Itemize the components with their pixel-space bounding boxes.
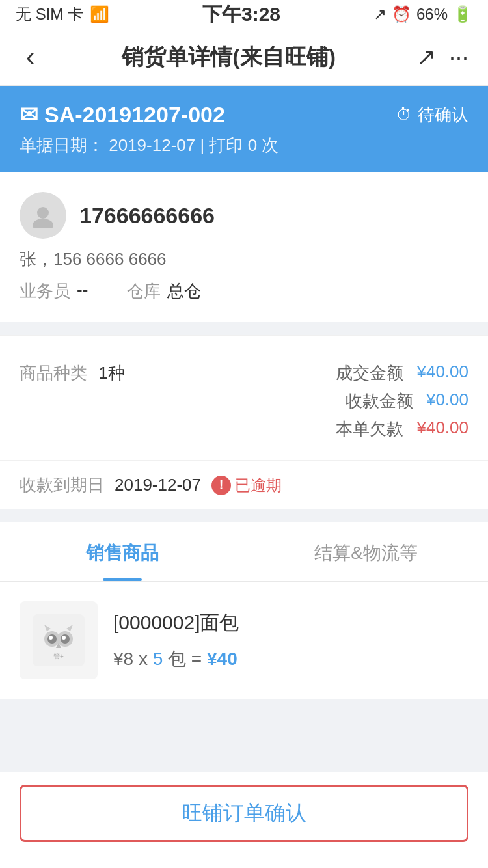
- product-type-value: 1种: [98, 363, 124, 383]
- status-bar-right: ↗ ⏰ 66% 🔋: [373, 5, 472, 23]
- salesperson-label: 业务员: [20, 280, 70, 303]
- customer-phone: 17666666666: [79, 203, 215, 228]
- balance-label: 本单欠款: [336, 418, 403, 441]
- quantity: 5: [153, 649, 163, 669]
- battery-icon: 🔋: [453, 5, 472, 23]
- deal-amount-label: 成交金额: [336, 362, 403, 385]
- more-icon[interactable]: ···: [449, 44, 468, 71]
- order-status: ⏱ 待确认: [396, 103, 468, 126]
- received-amount-line: 收款金额 ¥0.00: [336, 390, 468, 413]
- price-per-unit: ¥8: [113, 649, 133, 669]
- deal-amount-line: 成交金额 ¥40.00: [336, 362, 468, 385]
- product-thumbnail: 管+: [20, 601, 98, 679]
- due-date-label: 收款到期日: [20, 474, 104, 496]
- order-header: ✉ SA-20191207-002 ⏱ 待确认 单据日期： 2019-12-07…: [0, 86, 488, 172]
- order-date-row: 单据日期： 2019-12-07 | 打印 0 次: [20, 134, 468, 157]
- product-type-label: 商品种类: [20, 363, 87, 383]
- nav-actions: ↗ ···: [416, 44, 468, 71]
- due-section: 收款到期日 2019-12-07 ! 已逾期: [0, 460, 488, 509]
- share-icon[interactable]: ↗: [416, 44, 436, 71]
- tab-sales-products[interactable]: 销售商品: [0, 522, 244, 581]
- unit: 包: [168, 649, 186, 669]
- bottom-button-wrap: 旺铺订单确认: [0, 772, 488, 868]
- status-bar: 无 SIM 卡 📶 下午3:28 ↗ ⏰ 66% 🔋: [0, 0, 488, 29]
- back-button[interactable]: ‹: [20, 36, 41, 78]
- order-id: ✉ SA-20191207-002: [20, 102, 225, 128]
- svg-point-1: [33, 219, 53, 228]
- sim-status: 无 SIM 卡: [16, 4, 83, 25]
- amount-row: 商品种类 1种 成交金额 ¥40.00 收款金额 ¥0.00 本单欠款 ¥40.…: [20, 362, 468, 441]
- page-title: 销货单详情(来自旺铺): [122, 42, 336, 72]
- balance-value: ¥40.00: [416, 418, 468, 441]
- overdue-icon: !: [211, 476, 231, 495]
- battery-level: 66%: [416, 5, 448, 23]
- due-date-value: 2019-12-07: [115, 475, 201, 495]
- product-item: 管+ [0000002]面包 ¥8 x 5 包 = ¥40: [0, 582, 488, 699]
- due-row: 收款到期日 2019-12-07 ! 已逾期: [20, 474, 468, 496]
- date-value: 2019-12-07: [109, 135, 195, 155]
- warehouse-field: 仓库 总仓: [127, 280, 201, 303]
- nav-bar: ‹ 销货单详情(来自旺铺) ↗ ···: [0, 29, 488, 86]
- price-x: x: [139, 649, 153, 669]
- location-icon: ↗: [373, 5, 386, 23]
- product-name: [0000002]面包: [113, 610, 468, 636]
- alarm-icon: ⏰: [392, 5, 411, 23]
- product-type-block: 商品种类 1种: [20, 362, 125, 385]
- tab-settlement[interactable]: 结算&物流等: [244, 522, 488, 581]
- order-id-text: SA-20191207-002: [44, 102, 225, 128]
- balance-amount-line: 本单欠款 ¥40.00: [336, 418, 468, 441]
- warehouse-value: 总仓: [167, 280, 201, 303]
- svg-text:管+: 管+: [53, 653, 64, 660]
- tabs-container: 销售商品 结算&物流等 管+: [0, 522, 488, 699]
- print-info: | 打印 0 次: [200, 135, 278, 155]
- date-label: 单据日期：: [20, 135, 104, 155]
- equals: =: [191, 649, 207, 669]
- warehouse-label: 仓库: [127, 280, 161, 303]
- product-price-row: ¥8 x 5 包 = ¥40: [113, 647, 468, 671]
- received-label: 收款金额: [346, 390, 413, 413]
- svg-point-0: [37, 207, 49, 219]
- overdue-text: 已逾期: [235, 475, 282, 496]
- customer-meta: 业务员 -- 仓库 总仓: [20, 280, 468, 303]
- status-text: 待确认: [418, 103, 468, 126]
- tab-sales-label: 销售商品: [86, 543, 159, 563]
- order-icon: ✉: [20, 102, 38, 128]
- overdue-badge: ! 已逾期: [211, 475, 282, 496]
- product-info: [0000002]面包 ¥8 x 5 包 = ¥40: [113, 610, 468, 671]
- status-bar-left: 无 SIM 卡 📶: [16, 4, 109, 25]
- confirm-order-button[interactable]: 旺铺订单确认: [20, 785, 468, 842]
- salesperson-field: 业务员 --: [20, 280, 88, 303]
- tabs-row: 销售商品 结算&物流等: [0, 522, 488, 582]
- received-value: ¥0.00: [426, 390, 468, 413]
- total-price: ¥40: [207, 649, 237, 669]
- deal-amount-value: ¥40.00: [416, 362, 468, 385]
- status-clock-icon: ⏱: [396, 105, 413, 125]
- customer-section: 17666666666 张，156 6666 6666 业务员 -- 仓库 总仓: [0, 172, 488, 322]
- salesperson-value: --: [77, 280, 88, 303]
- order-id-row: ✉ SA-20191207-002 ⏱ 待确认: [20, 102, 468, 128]
- svg-point-8: [62, 636, 66, 640]
- wifi-icon: 📶: [90, 5, 109, 23]
- amounts-block: 成交金额 ¥40.00 收款金额 ¥0.00 本单欠款 ¥40.00: [336, 362, 468, 441]
- svg-point-7: [49, 636, 53, 640]
- customer-avatar: [20, 192, 66, 239]
- amount-section: 商品种类 1种 成交金额 ¥40.00 收款金额 ¥0.00 本单欠款 ¥40.…: [0, 349, 488, 460]
- customer-name: 张，156 6666 6666: [20, 248, 468, 271]
- tab-settlement-label: 结算&物流等: [314, 543, 418, 563]
- customer-row: 17666666666: [20, 192, 468, 239]
- status-bar-time: 下午3:28: [202, 1, 280, 28]
